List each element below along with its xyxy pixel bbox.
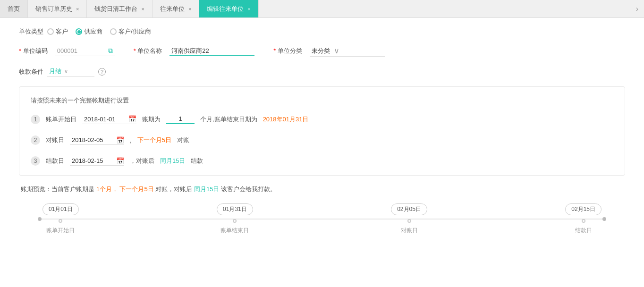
- radio-customer-circle: [47, 28, 54, 35]
- radio-supplier-label: 供应商: [84, 27, 102, 36]
- tab-edit-partner-unit[interactable]: 编辑往来单位 ×: [199, 0, 258, 17]
- period-desc-2-prefix: ,: [130, 137, 132, 144]
- period-desc-3-suffix: 结款: [191, 157, 203, 165]
- timeline-item-3: 02月05日 对账日: [391, 203, 427, 235]
- tab-home-label: 首页: [8, 5, 20, 13]
- payment-condition-row: 收款条件 月结 ∨ ?: [19, 66, 625, 77]
- reconcile-date-input-wrap: 📅: [70, 135, 124, 145]
- payment-date-highlight: 同月15日: [160, 157, 185, 165]
- tab-sales-order-history[interactable]: 销售订单历史 ×: [28, 0, 87, 17]
- timeline-label-4: 结款日: [575, 227, 592, 235]
- period-row-1: 1 账单开始日 📅 账期为 个月,账单结束日期为 2018年01月31日: [31, 114, 613, 124]
- month-count-input[interactable]: [166, 114, 195, 124]
- tab-edit-partner-unit-label: 编辑往来单位: [207, 5, 244, 13]
- copy-icon[interactable]: ⧉: [108, 47, 113, 55]
- preview-part4: 同月15日: [194, 186, 219, 193]
- unit-code-input[interactable]: [57, 47, 104, 54]
- period-desc-1-suffix: 个月,账单结束日期为: [200, 115, 257, 124]
- payment-date-calendar-icon[interactable]: 📅: [116, 157, 124, 165]
- period-num-1: 1: [31, 115, 40, 124]
- period-num-2: 2: [31, 135, 40, 145]
- tab-bar: 首页 销售订单历史 × 钱货日清工作台 × 往来单位 × 编辑往来单位 × ›: [0, 0, 644, 18]
- timeline-items: 01月01日 账单开始日 01月31日 账单结束日 02月05日 对账日 02月…: [38, 203, 606, 235]
- period-field-label-2: 对账日: [46, 136, 64, 144]
- tab-cash-reconciliation-label: 钱货日清工作台: [94, 5, 137, 13]
- timeline-node-1: [59, 219, 62, 223]
- radio-customer-label: 客户: [56, 27, 68, 36]
- timeline-badge-1: 01月01日: [42, 203, 79, 215]
- unit-code-label: 单位编码: [19, 47, 48, 55]
- tab-sales-order-history-close[interactable]: ×: [76, 6, 79, 12]
- start-date-input-wrap: 📅: [82, 115, 136, 124]
- radio-customer[interactable]: 客户: [47, 27, 68, 36]
- timeline-item-1: 01月01日 账单开始日: [42, 203, 79, 235]
- payment-date-input[interactable]: [70, 156, 112, 165]
- tab-expand-icon[interactable]: ›: [630, 5, 644, 13]
- timeline-badge-3: 02月05日: [391, 203, 427, 215]
- unit-category-arrow-icon: ∨: [334, 46, 339, 55]
- timeline-item-4: 02月15日 结款日: [565, 203, 602, 235]
- timeline-node-3: [407, 219, 411, 223]
- period-row-2: 2 对账日 📅 , 下一个月5日 对账: [31, 135, 613, 145]
- period-row-3: 3 结款日 📅 ，对账后 同月15日 结款: [31, 156, 613, 166]
- tab-cash-reconciliation-close[interactable]: ×: [141, 6, 144, 12]
- unit-type-row: 单位类型 客户 供应商 客户/供应商: [19, 27, 625, 36]
- period-box-title: 请按照未来的一个完整帐期进行设置: [31, 96, 613, 105]
- payment-condition-dropdown[interactable]: 月结 ∨: [47, 66, 94, 77]
- unit-name-label: 单位名称: [134, 47, 162, 55]
- unit-name-input[interactable]: [169, 46, 254, 56]
- start-date-input[interactable]: [82, 115, 125, 124]
- unit-category-label: 单位分类: [273, 47, 302, 55]
- unit-category-dropdown[interactable]: 未分类 ∨: [310, 45, 385, 57]
- timeline-label-3: 对账日: [401, 227, 418, 235]
- preview-part2: 下一个月5日: [119, 186, 153, 193]
- timeline-node-2: [233, 219, 237, 223]
- radio-group-unit-type: 客户 供应商 客户/供应商: [47, 27, 151, 36]
- main-content: 单位类型 客户 供应商 客户/供应商 单位编码 ⧉ 单位名: [0, 18, 644, 287]
- preview-label: 账期预览：当前客户账期是: [21, 186, 94, 193]
- start-date-calendar-icon[interactable]: 📅: [128, 115, 136, 123]
- payment-condition-arrow-icon: ∨: [64, 68, 68, 75]
- reconcile-date-calendar-icon[interactable]: 📅: [116, 136, 124, 144]
- reconcile-date-highlight: 下一个月5日: [137, 136, 171, 144]
- period-desc-2-suffix: 对账: [177, 136, 189, 144]
- timeline-badge-2: 01月31日: [217, 203, 253, 215]
- radio-supplier[interactable]: 供应商: [76, 27, 102, 36]
- timeline-label-1: 账单开始日: [46, 227, 75, 235]
- period-desc-3-prefix: ，对账后: [130, 157, 154, 165]
- unit-type-label: 单位类型: [19, 27, 43, 36]
- period-num-3: 3: [31, 156, 40, 166]
- unit-category-value: 未分类: [312, 47, 330, 55]
- timeline-item-2: 01月31日 账单结束日: [217, 203, 253, 235]
- radio-customer-supplier[interactable]: 客户/供应商: [110, 27, 151, 36]
- unit-info-row: 单位编码 ⧉ 单位名称 单位分类 未分类 ∨: [19, 45, 625, 57]
- tab-partner-unit[interactable]: 往来单位 ×: [153, 0, 199, 17]
- payment-date-input-wrap: 📅: [70, 156, 124, 166]
- radio-customer-supplier-label: 客户/供应商: [119, 27, 151, 36]
- tab-partner-unit-close[interactable]: ×: [188, 6, 191, 12]
- radio-supplier-circle: [76, 28, 82, 35]
- tab-cash-reconciliation[interactable]: 钱货日清工作台 ×: [87, 0, 152, 17]
- timeline-node-4: [582, 219, 585, 223]
- payment-condition-help-icon[interactable]: ?: [98, 68, 106, 76]
- tab-sales-order-history-label: 销售订单历史: [35, 5, 72, 13]
- tab-partner-unit-label: 往来单位: [160, 5, 185, 13]
- period-desc-1-prefix: 账期为: [142, 115, 161, 124]
- preview-part5: 该客户会给我打款。: [221, 186, 276, 193]
- period-field-label-3: 结款日: [46, 157, 64, 165]
- tab-home[interactable]: 首页: [0, 0, 28, 17]
- preview-part1: 1个月，: [96, 186, 118, 193]
- period-end-date-highlight: 2018年01月31日: [263, 115, 309, 124]
- tab-edit-partner-unit-close[interactable]: ×: [247, 6, 250, 12]
- timeline-label-2: 账单结束日: [220, 227, 249, 235]
- radio-customer-supplier-circle: [110, 28, 117, 35]
- preview-part3: 对账，对账后: [155, 186, 194, 193]
- reconcile-date-input[interactable]: [70, 135, 112, 144]
- period-settings-box: 请按照未来的一个完整帐期进行设置 1 账单开始日 📅 账期为 个月,账单结束日期…: [19, 86, 625, 176]
- unit-code-field: ⧉: [55, 46, 115, 56]
- timeline-badge-4: 02月15日: [565, 203, 602, 215]
- preview-text: 账期预览：当前客户账期是 1个月， 下一个月5日 对账，对账后 同月15日 该客…: [19, 185, 625, 194]
- payment-condition-value: 月结: [49, 67, 61, 76]
- payment-condition-label: 收款条件: [19, 68, 43, 76]
- period-field-label-1: 账单开始日: [46, 115, 76, 124]
